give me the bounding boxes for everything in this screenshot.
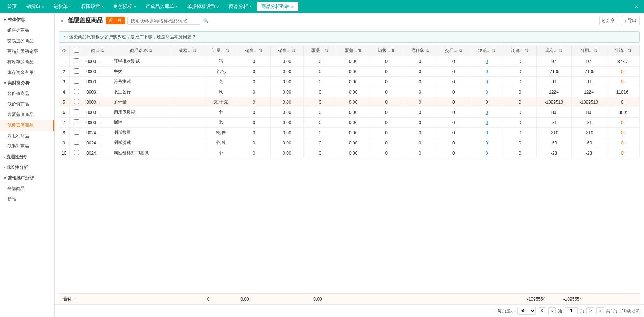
window-close-button[interactable]: × xyxy=(632,3,641,10)
nav-close-template[interactable]: × xyxy=(217,4,219,9)
nav-close-roles[interactable]: × xyxy=(134,4,136,9)
row-checkbox[interactable] xyxy=(74,68,79,74)
td-checkbox[interactable] xyxy=(69,118,84,128)
sidebar-collapse-button[interactable]: « xyxy=(59,17,65,24)
td-margin: 0 xyxy=(403,97,437,107)
next-page-button[interactable]: > xyxy=(586,307,594,314)
td-checkbox[interactable] xyxy=(69,128,84,138)
sidebar-item-traded-products[interactable]: 交易过的商品 xyxy=(0,36,54,46)
row-checkbox[interactable] xyxy=(74,150,79,155)
sidebar-section-wealth[interactable]: ∨ 类财富分析 xyxy=(0,78,54,88)
nav-close-purchase[interactable]: × xyxy=(69,4,71,9)
nav-close-sales[interactable]: × xyxy=(42,4,44,9)
nav-sales[interactable]: 销货单 × xyxy=(22,2,48,11)
td-checkbox[interactable] xyxy=(69,56,84,67)
td-browse1[interactable]: 0 xyxy=(470,56,503,67)
sidebar-item-category-turnover[interactable]: 商品分类动销率 xyxy=(0,46,54,57)
td-browse1[interactable]: 0 xyxy=(470,138,503,148)
row-checkbox[interactable] xyxy=(74,79,79,84)
gear-icon[interactable]: ⚙ xyxy=(62,48,66,54)
share-button[interactable]: ⎘ 分享 xyxy=(599,16,618,25)
first-page-button[interactable]: K xyxy=(538,307,546,314)
nav-close-product-analysis[interactable]: × xyxy=(250,4,252,9)
row-checkbox[interactable] xyxy=(74,130,79,135)
nav-template-settings[interactable]: 单据模板设置 × xyxy=(183,2,224,11)
period-button[interactable]: 近一月 xyxy=(106,17,125,24)
td-browse1[interactable]: 0 xyxy=(470,148,503,158)
th-current[interactable]: 现有... ⇅ xyxy=(537,45,572,56)
td-browse1[interactable]: 0 xyxy=(470,77,503,87)
td-browse1[interactable]: 0 xyxy=(470,107,503,118)
td-checkbox[interactable] xyxy=(69,107,84,118)
nav-finished-goods[interactable]: 产成品入库单 × xyxy=(141,2,182,11)
th-sales2[interactable]: 销售... ⇅ xyxy=(270,45,303,56)
td-checkbox[interactable] xyxy=(69,97,84,107)
sidebar-item-low-value[interactable]: 低价值商品 xyxy=(0,99,54,110)
row-checkbox[interactable] xyxy=(74,140,79,145)
th-sellable[interactable]: 可销... ⇅ xyxy=(606,45,640,56)
page-number-input[interactable] xyxy=(565,307,578,314)
th-browse2[interactable]: 浏览... ⇅ xyxy=(503,45,537,56)
search-icon[interactable]: 🔍 xyxy=(203,18,209,23)
last-page-button[interactable]: » xyxy=(596,307,604,314)
td-browse1[interactable]: 0 xyxy=(470,87,503,97)
sidebar-item-high-value[interactable]: 高价值商品 xyxy=(0,88,54,99)
sidebar-section-overall[interactable]: ∨ 整体信息 xyxy=(0,15,54,25)
sidebar-section-growth[interactable]: › 成长性分析 xyxy=(0,162,54,173)
row-checkbox[interactable] xyxy=(74,58,79,63)
row-checkbox[interactable] xyxy=(74,99,79,104)
td-browse1[interactable]: 0 xyxy=(470,97,503,107)
th-trade[interactable]: 交易... ⇅ xyxy=(437,45,470,56)
th-cov1[interactable]: 覆盖... ⇅ xyxy=(303,45,337,56)
export-button[interactable]: ↑ 导出 xyxy=(621,16,640,25)
nav-close-finished-goods[interactable]: × xyxy=(176,4,178,9)
sidebar-item-stocked-products[interactable]: 有库存的商品 xyxy=(0,57,54,67)
sidebar-item-all-products[interactable]: 全部商品 xyxy=(0,183,54,194)
td-checkbox[interactable] xyxy=(69,67,84,77)
th-sales3[interactable]: 销售... ⇅ xyxy=(370,45,403,56)
sidebar-item-high-coverage[interactable]: 高覆盖度商品 xyxy=(0,110,54,120)
nav-product-analysis-list[interactable]: 商品分析列表 × xyxy=(257,2,298,11)
search-input[interactable] xyxy=(127,17,200,25)
nav-close-product-analysis-list[interactable]: × xyxy=(291,4,293,9)
td-browse1[interactable]: 0 xyxy=(470,118,503,128)
nav-home[interactable]: 首页 xyxy=(3,2,21,11)
sidebar-section-liquidity[interactable]: › 流通性分析 xyxy=(0,152,54,162)
th-available[interactable]: 可用... ⇅ xyxy=(572,45,606,56)
td-checkbox[interactable] xyxy=(69,77,84,87)
th-margin[interactable]: 毛利率 ⇅ xyxy=(403,45,437,56)
th-code[interactable]: 商... ⇅ xyxy=(84,45,111,56)
td-checkbox[interactable] xyxy=(69,87,84,97)
td-checkbox[interactable] xyxy=(69,148,84,158)
row-checkbox[interactable] xyxy=(74,119,79,124)
td-browse1[interactable]: 0 xyxy=(470,128,503,138)
td-sales3: 0 xyxy=(370,77,403,87)
sidebar-item-high-margin[interactable]: 高毛利商品 xyxy=(0,131,54,141)
sidebar-section-marketing[interactable]: ∨ 营销推广分析 xyxy=(0,173,54,183)
prev-page-button[interactable]: < xyxy=(548,307,556,314)
sidebar-item-sales-products[interactable]: 销售类商品 xyxy=(0,25,54,36)
sidebar-item-inventory-capital[interactable]: 库存资金占用 xyxy=(0,67,54,78)
sidebar-item-low-coverage[interactable]: 低覆盖度商品 xyxy=(0,120,54,131)
td-checkbox[interactable] xyxy=(69,138,84,148)
th-browse1[interactable]: 浏览... ⇅ xyxy=(470,45,503,56)
row-checkbox[interactable] xyxy=(74,89,79,94)
th-name[interactable]: 商品名称 ⇅ xyxy=(111,45,171,56)
row-checkbox[interactable] xyxy=(74,109,79,114)
sidebar-item-low-margin[interactable]: 低毛利商品 xyxy=(0,141,54,152)
th-settings[interactable]: ⚙ xyxy=(59,45,69,56)
sidebar-item-new-products[interactable]: 新品 xyxy=(0,194,54,205)
td-browse1[interactable]: 0 xyxy=(470,67,503,77)
td-cov1: 0 xyxy=(303,128,337,138)
th-spec[interactable]: 规格... ⇅ xyxy=(171,45,204,56)
th-sales1[interactable]: 销售... ⇅ xyxy=(237,45,270,56)
nav-permissions[interactable]: 权限设置 × xyxy=(77,2,108,11)
nav-product-analysis[interactable]: 商品分析 × xyxy=(225,2,256,11)
nav-roles[interactable]: 角色授权 × xyxy=(109,2,140,11)
nav-purchase[interactable]: 进货单 × xyxy=(49,2,76,11)
per-page-select[interactable]: 50 100 200 xyxy=(517,307,536,315)
th-cov2[interactable]: 覆盖... ⇅ xyxy=(337,45,370,56)
nav-close-permissions[interactable]: × xyxy=(102,4,104,9)
th-unit[interactable]: 计量... ⇅ xyxy=(204,45,237,56)
select-all-checkbox[interactable] xyxy=(74,48,79,53)
